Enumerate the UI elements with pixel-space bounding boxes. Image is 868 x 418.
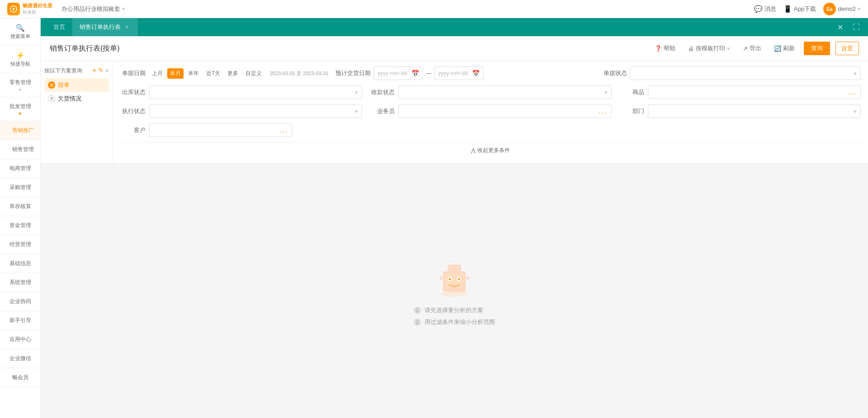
filter-sidebar: 按以下方案查询 + ✎ « 按 按单 欠 欠货情况 <box>41 61 113 163</box>
sidebar-item-inventory[interactable]: 库存核算 <box>0 197 40 216</box>
app-download-button[interactable]: 📱 App下载 <box>783 5 816 13</box>
dept-select[interactable]: ▾ <box>648 104 861 118</box>
customer-more-icon[interactable]: ... <box>279 126 288 134</box>
sidebar-item-label: 基础信息 <box>9 260 31 267</box>
tab-bar-actions: ✕ ⛶ <box>834 21 863 33</box>
select-arrow-icon: ▾ <box>854 108 857 115</box>
sidebar-item-member[interactable]: 畅会员 <box>0 368 40 387</box>
breadcrumb: 办公用品行业模拟账套 ▾ <box>61 5 125 13</box>
sidebar-item-newbie[interactable]: 新手引导 <box>0 311 40 330</box>
logo-icon <box>7 3 20 15</box>
sidebar-item-search[interactable]: 🔍 搜索菜单 <box>0 18 40 46</box>
cur-year-tab[interactable]: 本年 <box>185 68 202 79</box>
out-status-select[interactable]: ▾ <box>149 86 362 99</box>
sidebar-item-marketing[interactable]: 营销推广 <box>0 121 40 140</box>
refresh-button[interactable]: 🔄 刷新 <box>770 43 798 54</box>
content-area: 销售订单执行表(按单) ❓ 帮助 🖨 按模板打印 ▾ ↗ 导出 <box>41 36 868 418</box>
prev-month-tab[interactable]: 上月 <box>149 68 165 79</box>
exec-status-field: 执行状态 ▾ <box>120 104 362 118</box>
date-range-field: 单据日期 上月 本月 本年 近7天 更多 自定义 2023-03-01 至 20… <box>120 68 328 79</box>
tab-home[interactable]: 首页 <box>46 18 72 36</box>
sidebar-item-label: 搜索菜单 <box>10 33 30 40</box>
expected-date-from[interactable]: yyyy-mm-dd 📅 <box>373 66 423 80</box>
salesperson-more-icon[interactable]: ... <box>599 107 607 115</box>
calendar-icon-to[interactable]: 📅 <box>472 70 480 77</box>
sidebar-item-label: 快捷导航 <box>10 61 30 67</box>
breadcrumb-dropdown-icon[interactable]: ▾ <box>122 5 125 12</box>
select-arrow-icon: ▾ <box>854 70 857 77</box>
scheme-item-1[interactable]: 按 按单 <box>44 78 109 92</box>
help-button[interactable]: ❓ 帮助 <box>651 43 679 54</box>
scheme-icon-1: 按 <box>48 81 55 89</box>
goods-more-icon[interactable]: ... <box>848 88 857 96</box>
select-arrow-icon: ▾ <box>355 89 358 96</box>
sidebar-item-purchase[interactable]: 采购管理 <box>0 178 40 197</box>
sidebar-item-basic[interactable]: 基础信息 <box>0 254 40 273</box>
sidebar-item-label: 应用中心 <box>9 336 31 343</box>
salesperson-select[interactable]: ... <box>398 104 611 118</box>
print-button[interactable]: 🖨 按模板打印 ▾ <box>684 43 734 54</box>
customer-select[interactable]: ... <box>149 124 292 137</box>
sidebar: 🔍 搜索菜单 ⚡ 快捷导航 零售管理 ▲ 批发管理 ▲ 营销推广 销售管理 电商… <box>0 18 41 418</box>
goods-select[interactable]: ... <box>648 86 861 99</box>
salesperson-field: 业务员 ... <box>369 104 611 118</box>
user-menu[interactable]: Ea demo2 ▾ <box>823 3 861 15</box>
message-button[interactable]: 💬 消息 <box>754 5 776 13</box>
expected-date-to[interactable]: yyyy-mm-dd 📅 <box>434 66 484 80</box>
collapse-icon: ⋀ <box>471 147 476 154</box>
sidebar-item-ecommerce[interactable]: 电商管理 <box>0 159 40 178</box>
maximize-button[interactable]: ⛶ <box>850 21 863 33</box>
main-layout: 🔍 搜索菜单 ⚡ 快捷导航 零售管理 ▲ 批发管理 ▲ 营销推广 销售管理 电商… <box>0 18 868 418</box>
query-button[interactable]: 查询 <box>804 42 830 55</box>
expected-date-field: 预计交货日期 yyyy-mm-dd 📅 — yyyy-mm-dd 📅 <box>335 66 594 80</box>
status-select[interactable]: ▾ <box>630 66 861 80</box>
settings-button[interactable]: 设置 <box>835 42 859 55</box>
scheme-item-2[interactable]: 欠 欠货情况 <box>44 92 109 105</box>
receipt-status-field: 收款状态 ▾ <box>369 86 611 99</box>
right-content: 首页 销售订单执行表 × ✕ ⛶ 销售订单执行表(按单) ❓ 帮助 <box>41 18 868 418</box>
sidebar-item-label: 营销推广 <box>12 127 34 134</box>
sidebar-item-operation[interactable]: 经营管理 <box>0 235 40 254</box>
svg-point-1 <box>441 291 468 297</box>
print-dropdown-icon[interactable]: ▾ <box>727 45 730 52</box>
custom-tab[interactable]: 自定义 <box>243 68 264 79</box>
svg-line-11 <box>452 261 453 263</box>
sidebar-item-wholesale[interactable]: 批发管理 ▲ <box>0 97 40 121</box>
add-scheme-button[interactable]: + <box>92 66 96 75</box>
sidebar-item-system[interactable]: 系统管理 <box>0 273 40 292</box>
collapse-sidebar-button[interactable]: « <box>105 66 109 75</box>
filter-panel: 按以下方案查询 + ✎ « 按 按单 欠 欠货情况 <box>41 61 868 164</box>
exec-status-select[interactable]: ▾ <box>149 104 362 118</box>
customer-field: 客户 ... <box>120 124 292 137</box>
export-icon: ↗ <box>743 45 748 52</box>
sidebar-item-sales[interactable]: 销售管理 <box>0 140 40 159</box>
status-field: 单据状态 ▾ <box>602 66 861 80</box>
empty-tip-2: 2 用过滤条件来缩小分析范围 <box>414 318 495 326</box>
filter-sidebar-header: 按以下方案查询 + ✎ « <box>44 66 109 75</box>
close-window-button[interactable]: ✕ <box>834 21 846 33</box>
tab-sales-order[interactable]: 销售订单执行表 × <box>72 18 138 36</box>
date-tabs: 上月 本月 本年 近7天 更多 自定义 <box>149 68 264 79</box>
sidebar-item-retail[interactable]: 零售管理 ▲ <box>0 73 40 97</box>
refresh-icon: 🔄 <box>774 45 781 52</box>
search-icon: 🔍 <box>16 24 25 32</box>
empty-tip-1: 1 请先选择要分析的方案 <box>414 306 495 314</box>
7days-tab[interactable]: 近7天 <box>203 68 223 79</box>
sidebar-item-corp-wechat[interactable]: 企业微信 <box>0 349 40 368</box>
help-icon: ❓ <box>655 45 662 52</box>
receipt-status-select[interactable]: ▾ <box>398 86 611 99</box>
collapse-more-button[interactable]: ⋀ 收起更多条件 <box>120 142 861 158</box>
cur-month-tab[interactable]: 本月 <box>167 68 184 79</box>
filter-row-2: 出库状态 ▾ 收款状态 ▾ <box>120 86 861 99</box>
tab-close-icon[interactable]: × <box>123 24 131 31</box>
sidebar-item-apps[interactable]: 应用中心 <box>0 330 40 349</box>
export-button[interactable]: ↗ 导出 <box>739 43 765 54</box>
sidebar-item-enterprise[interactable]: 企业协同 <box>0 292 40 311</box>
edit-scheme-button[interactable]: ✎ <box>98 66 104 75</box>
empty-tips: 1 请先选择要分析的方案 2 用过滤条件来缩小分析范围 <box>414 306 495 326</box>
calendar-icon-from[interactable]: 📅 <box>411 70 419 77</box>
sidebar-item-finance[interactable]: 资金管理 <box>0 216 40 235</box>
more-tab[interactable]: 更多 <box>225 68 241 79</box>
sidebar-item-quick-nav[interactable]: ⚡ 快捷导航 <box>0 46 40 73</box>
filter-row-1: 单据日期 上月 本月 本年 近7天 更多 自定义 2023-03-01 至 20… <box>120 66 861 80</box>
